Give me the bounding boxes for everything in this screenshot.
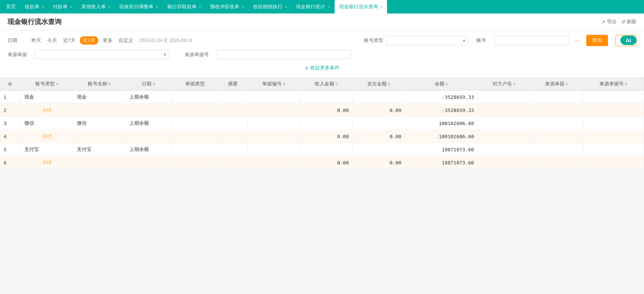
- filter-row-date: 日期 昨天 今天 近7天 近1月 更多 自定义 2023-02-24 至 202…: [8, 35, 636, 46]
- col-source-doc-no[interactable]: 来源单据号⇅: [583, 78, 644, 91]
- nav-item-bank-deposit[interactable]: 银行存取款单 ×: [163, 0, 206, 13]
- nav-item-cash-bank-ledger[interactable]: 现金银行流水查询 ×: [335, 0, 387, 13]
- table-cell: 1: [0, 91, 21, 104]
- nav-item-receipt[interactable]: 收款单 ×: [20, 0, 48, 13]
- refresh-button[interactable]: ↺ 刷新: [621, 18, 636, 25]
- source-doc-select[interactable]: ▾: [35, 50, 170, 59]
- date-btn-more[interactable]: 更多: [101, 36, 114, 45]
- table-cell: 小计: [21, 104, 73, 117]
- data-table-container: ⚙ 账号类型⇅ 账号名称⇅ 日期⇅ 单据类型 摘要 单据编号⇅ 收入金额⇅ 支出…: [0, 78, 644, 169]
- date-btn-7days[interactable]: 近7天: [62, 36, 77, 45]
- header-actions: ↗ 导出 ↺ 刷新: [601, 18, 636, 25]
- table-cell: 0.00: [300, 156, 353, 169]
- table-cell: 小计: [21, 130, 73, 143]
- table-cell: 0.00: [300, 104, 353, 117]
- source-doc-no-label: 来源单据号: [185, 51, 209, 58]
- table-cell: [248, 91, 300, 104]
- date-btn-today[interactable]: 今天: [46, 36, 59, 45]
- col-income[interactable]: 收入金额⇅: [300, 78, 353, 91]
- nav-item-home[interactable]: 首页: [2, 0, 20, 13]
- table-cell: 5: [0, 143, 21, 156]
- export-icon: ↗: [601, 19, 605, 25]
- table-cell: [126, 104, 172, 117]
- page-header: 现金银行流水查询 ↗ 导出 ↺ 刷新: [0, 13, 644, 30]
- close-icon[interactable]: ×: [199, 4, 201, 9]
- table-cell: 19871073.60: [405, 156, 478, 169]
- date-btn-1month[interactable]: 近1月: [80, 36, 98, 45]
- col-account-type[interactable]: 账号类型⇅: [21, 78, 73, 91]
- col-doc-type[interactable]: 单据类型: [172, 78, 218, 91]
- table-cell: 4: [0, 130, 21, 143]
- table-cell: [300, 117, 353, 130]
- nav-item-payment[interactable]: 付款单 ×: [48, 0, 77, 13]
- table-cell: [126, 130, 172, 143]
- table-cell: [583, 143, 644, 156]
- close-icon[interactable]: ×: [42, 4, 44, 9]
- table-cell: [353, 117, 405, 130]
- page-title: 现金银行流水查询: [8, 17, 62, 26]
- col-doc-no[interactable]: 单据编号⇅: [248, 78, 300, 91]
- table-cell: [73, 130, 126, 143]
- col-date[interactable]: 日期⇅: [126, 78, 172, 91]
- close-icon[interactable]: ×: [242, 4, 244, 9]
- col-account-name[interactable]: 账号名称⇅: [73, 78, 126, 91]
- table-cell: [478, 91, 530, 104]
- account-type-select[interactable]: ▾: [386, 36, 469, 45]
- col-expense[interactable]: 支出金额⇅: [353, 78, 405, 91]
- query-button[interactable]: 查询: [586, 35, 608, 46]
- table-cell: 上期余额: [126, 117, 172, 130]
- table-cell: 100102606.60: [405, 130, 478, 143]
- table-cell: [172, 143, 218, 156]
- nav-item-cash-bank-stats[interactable]: 现金银行统计 ×: [291, 0, 334, 13]
- nav-item-prepay-offset[interactable]: 预收冲应收单 ×: [206, 0, 248, 13]
- refresh-icon: ↺: [621, 19, 625, 25]
- export-button[interactable]: ↗ 导出: [601, 18, 617, 25]
- table-cell: 支付宝: [21, 143, 73, 156]
- collapse-bar[interactable]: ∧ 收起更多条件: [8, 63, 636, 73]
- account-input[interactable]: [494, 36, 569, 45]
- date-btn-yesterday[interactable]: 昨天: [30, 36, 43, 45]
- table-settings-icon[interactable]: ⚙: [8, 81, 12, 87]
- close-icon[interactable]: ×: [70, 4, 72, 9]
- table-cell: [218, 143, 248, 156]
- table-cell: -3528659.33: [405, 91, 478, 104]
- table-cell: [248, 156, 300, 169]
- close-icon[interactable]: ×: [327, 4, 330, 9]
- col-settings[interactable]: ⚙: [0, 78, 21, 91]
- account-dots-button[interactable]: ···: [574, 37, 579, 44]
- col-source-doc[interactable]: 来源单据⇅: [530, 78, 583, 91]
- source-doc-label: 来源单据: [8, 51, 27, 58]
- table-cell: 0.00: [353, 104, 405, 117]
- table-cell: [218, 156, 248, 169]
- table-cell: [218, 117, 248, 130]
- nav-item-ar-ap-adjust[interactable]: 应收应付调整单 ×: [115, 0, 162, 13]
- nav-item-other-income[interactable]: 其他收入单 ×: [77, 0, 115, 13]
- table-cell: [478, 143, 530, 156]
- col-balance[interactable]: 余额⇅: [405, 78, 478, 91]
- col-summary[interactable]: 摘要: [218, 78, 248, 91]
- table-cell: [353, 91, 405, 104]
- close-icon[interactable]: ×: [380, 4, 383, 9]
- table-cell: [530, 91, 583, 104]
- close-icon[interactable]: ×: [108, 4, 110, 9]
- table-cell: 小计: [21, 156, 73, 169]
- table-cell: 0.00: [353, 130, 405, 143]
- nav-item-collection-exec[interactable]: 收款核销执行 ×: [249, 0, 291, 13]
- table-cell: 19871073.60: [405, 143, 478, 156]
- table-cell: [478, 130, 530, 143]
- date-range-display: 2023-02-24 至 2023-03-24: [139, 37, 192, 44]
- table-row: 5支付宝支付宝上期余额19871073.60: [0, 143, 644, 156]
- table-cell: 微信: [21, 117, 73, 130]
- date-btn-custom[interactable]: 自定义: [117, 36, 135, 45]
- close-icon[interactable]: ×: [285, 4, 287, 9]
- top-navigation: 首页 收款单 × 付款单 × 其他收入单 × 应收应付调整单 × 银行存取款单 …: [0, 0, 644, 13]
- table-cell: 现金: [73, 91, 126, 104]
- date-options: 昨天 今天 近7天 近1月 更多 自定义 2023-02-24 至 2023-0…: [30, 36, 192, 45]
- ai-assistant-button[interactable]: Ai: [620, 36, 636, 45]
- table-cell: [172, 91, 218, 104]
- source-doc-no-input[interactable]: [216, 50, 351, 59]
- table-row: 2小计0.000.00-3528659.33: [0, 104, 644, 117]
- close-icon[interactable]: ×: [156, 4, 158, 9]
- col-counterparty[interactable]: 对方户名⇅: [478, 78, 530, 91]
- table-cell: [218, 91, 248, 104]
